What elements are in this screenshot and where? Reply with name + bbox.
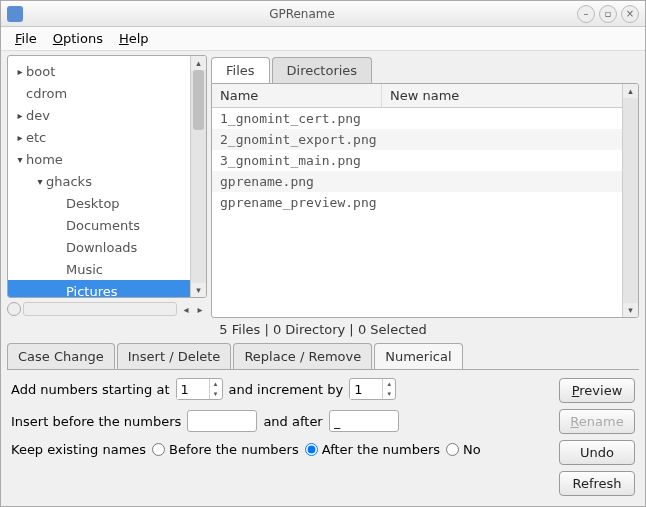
label-keep-existing: Keep existing names bbox=[11, 442, 146, 457]
maximize-button[interactable]: ▫ bbox=[599, 5, 617, 23]
tree-item-boot[interactable]: ▸ boot bbox=[8, 60, 190, 82]
label-and-after: and after bbox=[263, 414, 322, 429]
minimize-button[interactable]: – bbox=[577, 5, 595, 23]
insert-after-input[interactable] bbox=[329, 410, 399, 432]
label-insert-before: Insert before the numbers bbox=[11, 414, 181, 429]
tree-item-cdrom[interactable]: cdrom bbox=[8, 82, 190, 104]
menu-options[interactable]: Options bbox=[45, 29, 111, 48]
file-row[interactable]: 2_gnomint_export.png bbox=[212, 129, 622, 150]
view-tabs: Files Directories bbox=[211, 55, 639, 83]
tab-files[interactable]: Files bbox=[211, 57, 270, 83]
scroll-right-icon[interactable]: ▸ bbox=[193, 304, 207, 315]
status-bar: 5 Files | 0 Directory | 0 Selected bbox=[1, 318, 645, 343]
file-row[interactable]: gprename_preview.png bbox=[212, 192, 622, 213]
tree-item-label: boot bbox=[26, 64, 55, 79]
tree-item-label: Downloads bbox=[66, 240, 137, 255]
refresh-button[interactable]: Refresh bbox=[559, 471, 635, 496]
tree-horizontal-scrollbar[interactable]: ◂ ▸ bbox=[7, 300, 207, 318]
scroll-down-icon[interactable]: ▾ bbox=[196, 283, 201, 297]
label-add-start: Add numbers starting at bbox=[11, 382, 170, 397]
tree-item-label: Desktop bbox=[66, 196, 120, 211]
tree-item-label: dev bbox=[26, 108, 50, 123]
tree-item-music[interactable]: Music bbox=[8, 258, 190, 280]
tab-numerical[interactable]: Numerical bbox=[374, 343, 462, 369]
sidebar: ▸ boot cdrom▸ dev▸ etc▾ home▾ ghacks Des… bbox=[7, 55, 207, 318]
scroll-up-icon[interactable]: ▴ bbox=[196, 56, 201, 70]
tab-directories[interactable]: Directories bbox=[272, 57, 373, 83]
expander-icon[interactable]: ▾ bbox=[14, 154, 26, 165]
chevron-down-icon[interactable]: ▾ bbox=[383, 389, 395, 399]
label-increment: and increment by bbox=[229, 382, 344, 397]
scroll-down-icon[interactable]: ▾ bbox=[628, 303, 633, 317]
tree-item-label: home bbox=[26, 152, 63, 167]
tree-item-dev[interactable]: ▸ dev bbox=[8, 104, 190, 126]
insert-before-input[interactable] bbox=[187, 410, 257, 432]
folder-tree[interactable]: ▸ boot cdrom▸ dev▸ etc▾ home▾ ghacks Des… bbox=[8, 56, 190, 297]
column-name[interactable]: Name bbox=[212, 84, 382, 107]
tree-item-pictures[interactable]: Pictures bbox=[8, 280, 190, 297]
tab-case-change[interactable]: Case Change bbox=[7, 343, 115, 369]
file-table[interactable]: Name New name 1_gnomint_cert.png2_gnomin… bbox=[212, 84, 622, 317]
tree-item-label: Pictures bbox=[66, 284, 117, 298]
chevron-up-icon[interactable]: ▴ bbox=[210, 379, 222, 389]
tree-vertical-scrollbar[interactable]: ▴ ▾ bbox=[190, 56, 206, 297]
tree-item-home[interactable]: ▾ home bbox=[8, 148, 190, 170]
tab-insert-delete[interactable]: Insert / Delete bbox=[117, 343, 232, 369]
radio-before-numbers[interactable]: Before the numbers bbox=[152, 442, 299, 457]
titlebar: GPRename – ▫ × bbox=[1, 1, 645, 27]
scroll-up-icon[interactable]: ▴ bbox=[628, 84, 633, 98]
tab-replace-remove[interactable]: Replace / Remove bbox=[233, 343, 372, 369]
expander-icon[interactable]: ▸ bbox=[14, 66, 26, 77]
files-vertical-scrollbar[interactable]: ▴ ▾ bbox=[622, 84, 638, 317]
radio-after-numbers[interactable]: After the numbers bbox=[305, 442, 440, 457]
chevron-down-icon[interactable]: ▾ bbox=[210, 389, 222, 399]
scrollbar-thumb[interactable] bbox=[193, 70, 204, 130]
operation-tabs: Case Change Insert / Delete Replace / Re… bbox=[1, 343, 645, 369]
scroll-left-icon[interactable]: ◂ bbox=[179, 304, 193, 315]
menu-file[interactable]: File bbox=[7, 29, 45, 48]
expander-icon[interactable]: ▸ bbox=[14, 132, 26, 143]
tree-item-label: ghacks bbox=[46, 174, 92, 189]
close-button[interactable]: × bbox=[621, 5, 639, 23]
start-number-input[interactable] bbox=[177, 380, 209, 399]
radio-no[interactable]: No bbox=[446, 442, 481, 457]
preview-button[interactable]: Preview bbox=[559, 378, 635, 403]
tree-item-label: Music bbox=[66, 262, 103, 277]
tree-item-label: cdrom bbox=[26, 86, 67, 101]
tree-item-ghacks[interactable]: ▾ ghacks bbox=[8, 170, 190, 192]
file-row[interactable]: 3_gnomint_main.png bbox=[212, 150, 622, 171]
numerical-panel: Add numbers starting at ▴▾ and increment… bbox=[7, 369, 639, 500]
app-icon bbox=[7, 6, 23, 22]
undo-button[interactable]: Undo bbox=[559, 440, 635, 465]
file-row[interactable]: gprename.png bbox=[212, 171, 622, 192]
chevron-up-icon[interactable]: ▴ bbox=[383, 379, 395, 389]
increment-spinner[interactable]: ▴▾ bbox=[349, 378, 396, 400]
start-number-spinner[interactable]: ▴▾ bbox=[176, 378, 223, 400]
menubar: File Options Help bbox=[1, 27, 645, 51]
tree-item-etc[interactable]: ▸ etc bbox=[8, 126, 190, 148]
scroll-home-icon[interactable] bbox=[7, 302, 21, 316]
expander-icon[interactable]: ▸ bbox=[14, 110, 26, 121]
file-row[interactable]: 1_gnomint_cert.png bbox=[212, 108, 622, 129]
tree-item-documents[interactable]: Documents bbox=[8, 214, 190, 236]
expander-icon[interactable]: ▾ bbox=[34, 176, 46, 187]
window-title: GPRename bbox=[31, 7, 573, 21]
rename-button[interactable]: Rename bbox=[559, 409, 635, 434]
tree-item-label: etc bbox=[26, 130, 46, 145]
column-newname[interactable]: New name bbox=[382, 84, 622, 107]
tree-item-downloads[interactable]: Downloads bbox=[8, 236, 190, 258]
menu-help[interactable]: Help bbox=[111, 29, 157, 48]
tree-item-desktop[interactable]: Desktop bbox=[8, 192, 190, 214]
tree-item-label: Documents bbox=[66, 218, 140, 233]
increment-input[interactable] bbox=[350, 380, 382, 399]
